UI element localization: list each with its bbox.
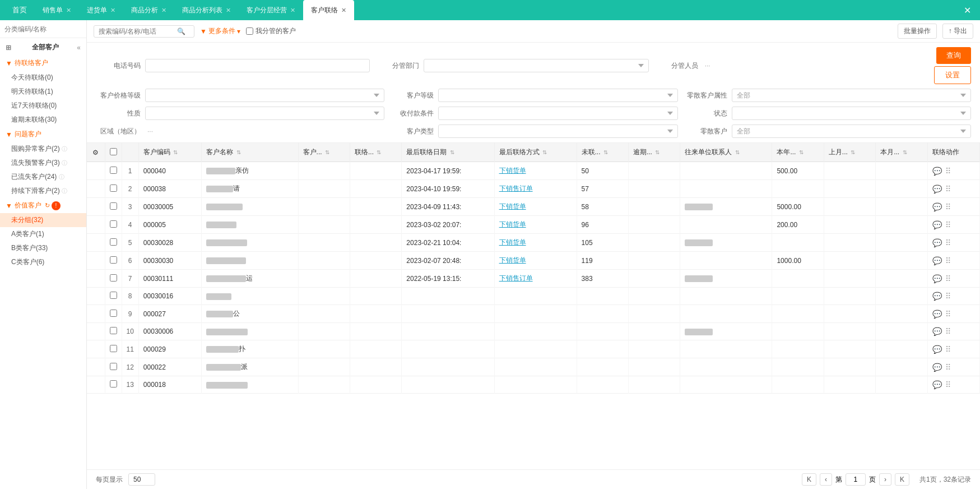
status-select[interactable]	[732, 107, 971, 120]
first-page-button[interactable]: K	[802, 473, 816, 486]
td-last-method[interactable]: 下销货单	[494, 252, 577, 270]
next-page-button[interactable]: ›	[879, 473, 891, 486]
th-settings[interactable]: ⚙	[87, 143, 105, 162]
select-all-checkbox[interactable]	[110, 148, 117, 155]
more-icon[interactable]: ⠿	[945, 363, 951, 372]
th-partner[interactable]: 往来单位联系人 ⇅	[680, 143, 772, 162]
sidebar-group-pending[interactable]: ▼ 待联络客户	[0, 56, 86, 71]
more-icon[interactable]: ⠿	[945, 184, 951, 193]
sidebar-item-tomorrow[interactable]: 明天待联络(1)	[0, 85, 86, 99]
row-checkbox[interactable]	[110, 238, 117, 246]
td-check[interactable]	[105, 376, 122, 394]
close-icon[interactable]: ✕	[226, 7, 231, 14]
chat-icon[interactable]: 💬	[932, 380, 942, 389]
chat-icon[interactable]: 💬	[932, 310, 942, 319]
retail-select[interactable]: 全部	[732, 124, 971, 138]
filter-search-input[interactable]	[99, 27, 177, 35]
sidebar-item-abnormal[interactable]: 囤购异常客户(2) ⓘ	[0, 142, 86, 156]
td-check[interactable]	[105, 252, 122, 270]
more-icon[interactable]: ⠿	[945, 345, 951, 354]
td-check[interactable]	[105, 216, 122, 234]
manager-dots[interactable]: ···	[703, 62, 713, 70]
payment-select[interactable]	[438, 107, 677, 120]
nav-home[interactable]: 首页	[4, 5, 35, 15]
td-last-method[interactable]: 下销货单	[494, 162, 577, 180]
row-checkbox[interactable]	[110, 345, 117, 352]
window-close-button[interactable]: ✕	[959, 5, 976, 16]
row-checkbox[interactable]	[110, 363, 117, 370]
th-name[interactable]: 客户名称 ⇅	[202, 143, 298, 162]
th-type[interactable]: 客户... ⇅	[298, 143, 350, 162]
sort-icon[interactable]: ⇅	[377, 149, 381, 155]
row-checkbox[interactable]	[110, 327, 117, 334]
more-icon[interactable]: ⠿	[945, 292, 951, 301]
th-contact[interactable]: 联络... ⇅	[350, 143, 401, 162]
td-check[interactable]	[105, 358, 122, 376]
sort-icon[interactable]: ⇅	[450, 149, 454, 155]
row-checkbox[interactable]	[110, 292, 117, 299]
chat-icon[interactable]: 💬	[932, 220, 942, 229]
per-page-input[interactable]	[128, 473, 155, 486]
more-icon[interactable]: ⠿	[945, 220, 951, 229]
td-last-method[interactable]: 下销货单	[494, 234, 577, 252]
nav-tab-product-list[interactable]: 商品分析列表 ✕	[174, 0, 239, 20]
td-check[interactable]	[105, 340, 122, 358]
batch-op-button[interactable]: 批量操作	[898, 24, 937, 39]
th-overdue[interactable]: 逾期... ⇅	[628, 143, 680, 162]
settings-icon[interactable]: ⚙	[92, 149, 99, 156]
td-last-method[interactable]: 下销货单	[494, 216, 577, 234]
th-last-method[interactable]: 最后联络方式 ⇅	[494, 143, 577, 162]
sidebar-item-7days[interactable]: 近7天待联络(0)	[0, 99, 86, 113]
filter-search-icon[interactable]: 🔍	[177, 27, 185, 35]
sidebar-item-today[interactable]: 今天待联络(0)	[0, 71, 86, 85]
th-last-date[interactable]: 最后联络日期 ⇅	[402, 143, 494, 162]
th-code[interactable]: 客户编码 ⇅	[138, 143, 201, 162]
td-last-method[interactable]: 下销售订单	[494, 180, 577, 198]
chat-icon[interactable]: 💬	[932, 167, 942, 176]
td-check[interactable]	[105, 180, 122, 198]
more-icon[interactable]: ⠿	[945, 202, 951, 211]
sidebar-all-customers[interactable]: ⊞ 全部客户 «	[0, 38, 86, 56]
more-icon[interactable]: ⠿	[945, 256, 951, 265]
sort-icon[interactable]: ⇅	[655, 149, 659, 155]
sidebar-item-class-b[interactable]: B类客户(33)	[0, 241, 86, 255]
sidebar-item-overdue[interactable]: 逾期未联络(30)	[0, 113, 86, 127]
chat-icon[interactable]: 💬	[932, 184, 942, 193]
dept-select[interactable]	[424, 59, 648, 72]
chat-icon[interactable]: 💬	[932, 274, 942, 283]
row-checkbox[interactable]	[110, 167, 117, 174]
nav-tab-customer-segment[interactable]: 客户分层经营 ✕	[239, 0, 303, 20]
close-icon[interactable]: ✕	[290, 7, 295, 14]
more-icon[interactable]: ⠿	[945, 167, 951, 176]
td-check[interactable]	[105, 162, 122, 180]
reset-button[interactable]: 设置	[934, 66, 971, 84]
sidebar-item-class-c[interactable]: C类客户(6)	[0, 255, 86, 269]
refresh-icon[interactable]: ↻	[45, 202, 50, 209]
sidebar-item-ungrouped[interactable]: 未分组(32)	[0, 213, 86, 227]
my-customers-checkbox[interactable]	[246, 27, 253, 35]
customer-level-select[interactable]	[438, 89, 677, 102]
sort-icon[interactable]: ⇅	[903, 149, 907, 155]
sidebar-item-lost[interactable]: 已流失客户(24) ⓘ	[0, 170, 86, 184]
sort-icon[interactable]: ⇅	[236, 149, 241, 155]
sort-icon[interactable]: ⇅	[851, 149, 855, 155]
more-icon[interactable]: ⠿	[945, 310, 951, 319]
nature-select[interactable]	[145, 107, 384, 120]
td-check[interactable]	[105, 323, 122, 340]
more-icon[interactable]: ⠿	[945, 274, 951, 283]
filter-search-box[interactable]: 🔍	[94, 25, 194, 38]
row-checkbox[interactable]	[110, 310, 117, 317]
sort-icon[interactable]: ⇅	[603, 149, 608, 155]
chat-icon[interactable]: 💬	[932, 202, 942, 211]
td-last-method[interactable]: 下销售订单	[494, 270, 577, 288]
row-checkbox[interactable]	[110, 220, 117, 228]
row-checkbox[interactable]	[110, 184, 117, 192]
td-check[interactable]	[105, 270, 122, 288]
nav-tab-customer-contact[interactable]: 客户联络 ✕	[303, 0, 354, 20]
row-checkbox[interactable]	[110, 380, 117, 387]
page-number-input[interactable]	[846, 473, 866, 486]
td-check[interactable]	[105, 234, 122, 252]
sort-icon[interactable]: ⇅	[325, 149, 329, 155]
nav-tab-purchase[interactable]: 进货单 ✕	[79, 0, 123, 20]
retail-attr-select[interactable]: 全部	[732, 89, 971, 102]
